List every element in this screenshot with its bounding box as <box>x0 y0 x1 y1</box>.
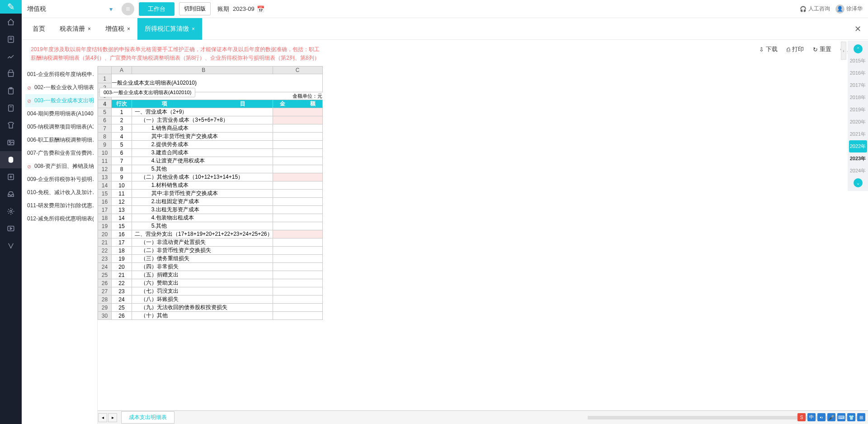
ime-tray: S 中 •› 🎤 ⌨ 👕 ⊞ <box>797 413 865 421</box>
form-list-item[interactable]: ⊘003-一般企业成本支出明细… <box>25 94 94 107</box>
ime-keyboard[interactable]: ⌨ <box>837 413 845 421</box>
form-list-item[interactable]: 010-免税、减计收入及加计… <box>25 186 94 199</box>
nav-settings[interactable] <box>0 203 22 220</box>
module-select[interactable]: 增值税 ▾ <box>27 5 113 13</box>
ime-punct[interactable]: •› <box>817 413 826 421</box>
sheet-tab[interactable]: 成本支出明细表 <box>121 411 175 424</box>
headset-icon: 🎧 <box>800 6 807 12</box>
left-sidebar: ✎ <box>0 0 22 424</box>
nav-video[interactable] <box>0 220 22 237</box>
tab-首页[interactable]: 首页 <box>25 18 52 40</box>
period-value[interactable]: 2023-09 <box>233 5 255 12</box>
ime-skin[interactable]: 👕 <box>847 413 855 421</box>
warning-icon: ⊘ <box>27 98 33 104</box>
nav-doc[interactable] <box>0 31 22 48</box>
app-logo[interactable]: ✎ <box>0 0 22 14</box>
sheet-nav-first[interactable]: ◂ <box>98 413 107 422</box>
form-list-item[interactable]: ⊘002-一般企业收入明细表(A… <box>25 81 94 94</box>
year-down-button[interactable]: ⌄ <box>854 178 863 187</box>
tab-税表清册[interactable]: 税表清册× <box>52 18 98 40</box>
breadcrumb-chip: 003-一般企业成本支出明细表(A102010) <box>99 88 195 97</box>
switch-old-button[interactable]: 切到旧版 <box>179 2 211 15</box>
nav-home[interactable] <box>0 14 22 31</box>
calendar-icon[interactable]: 📅 <box>257 5 264 13</box>
nav-inbox[interactable] <box>0 186 22 203</box>
consult-link[interactable]: 🎧 人工咨询 <box>800 5 830 13</box>
form-list-item[interactable]: 007-广告费和业务宣传费跨… <box>25 147 94 160</box>
year-button[interactable]: 2016年 <box>849 67 867 79</box>
svg-point-7 <box>10 210 12 213</box>
year-button[interactable]: 2018年 <box>849 91 867 104</box>
form-list-item[interactable]: 006-职工薪酬纳税调整明细… <box>25 133 94 147</box>
ime-logo[interactable]: S <box>797 413 806 421</box>
period-label: 账期 <box>217 5 229 13</box>
tab-close-icon[interactable]: × <box>192 26 195 32</box>
tab-增值税[interactable]: 增值税× <box>98 18 137 40</box>
module-name: 增值税 <box>27 5 46 13</box>
form-list-item[interactable]: 011-研发费用加计扣除优惠… <box>25 199 94 212</box>
print-icon: ⎙ <box>787 46 790 53</box>
sheet-nav-prev[interactable]: ▸ <box>108 413 117 422</box>
form-list-item[interactable]: 005-纳税调整项目明细表(A1… <box>25 120 94 133</box>
page-tabs: 首页税表清册×增值税×所得税汇算清缴× ✕ <box>22 18 868 40</box>
nav-tax[interactable] <box>0 151 22 168</box>
year-panel-expand[interactable]: › <box>841 42 846 60</box>
tab-close-icon[interactable]: × <box>127 26 130 32</box>
year-button[interactable]: 2015年 <box>849 55 867 67</box>
tab-所得税汇算清缴[interactable]: 所得税汇算清缴× <box>137 18 202 40</box>
tab-close-icon[interactable]: × <box>88 26 91 32</box>
consult-label: 人工咨询 <box>808 5 830 13</box>
sheet-tab-bar: ◂ ▸ 成本支出明细表 <box>98 410 868 424</box>
year-button[interactable]: 2024年 <box>849 165 867 177</box>
chevron-down-icon: ▾ <box>109 5 113 13</box>
nav-shirt[interactable] <box>0 117 22 134</box>
year-button[interactable]: 2019年 <box>849 104 867 116</box>
warning-icon: ⊘ <box>27 164 33 169</box>
form-list: 001-企业所得税年度纳税申…⊘002-一般企业收入明细表(A…⊘003-一般企… <box>22 66 98 424</box>
nav-export[interactable] <box>0 168 22 186</box>
warning-text: 2019年度涉及取以前年度结转数据的申报表单元格需要手工维护正确，才能保证本年及… <box>31 45 325 62</box>
ime-tool[interactable]: ⊞ <box>857 413 865 421</box>
year-button[interactable]: 2023年 <box>849 152 867 165</box>
svg-rect-8 <box>8 226 14 231</box>
year-up-button[interactable]: ⌃ <box>854 44 863 53</box>
ime-voice[interactable]: 🎤 <box>827 413 835 421</box>
nav-calc[interactable] <box>0 100 22 117</box>
form-list-item[interactable]: ⊘008-资产折旧、摊销及纳税… <box>25 160 94 173</box>
year-panel: ⌃ 2015年2016年2017年2018年2019年2020年2021年202… <box>848 41 868 191</box>
nav-bag[interactable] <box>0 65 22 82</box>
avatar-icon: 👤 <box>835 5 844 14</box>
form-list-item[interactable]: 004-期间费用明细表(A1040… <box>25 107 94 120</box>
year-button[interactable]: 2020年 <box>849 116 867 128</box>
form-list-item[interactable]: 012-减免所得税优惠明细表(… <box>25 212 94 225</box>
warning-icon: ⊘ <box>27 85 33 91</box>
nav-v[interactable] <box>0 237 22 254</box>
reset-button[interactable]: ↻重置 <box>813 45 831 53</box>
username-label: 徐泽华 <box>846 5 863 13</box>
top-header: 增值税 ▾ ≡ 工作台 切到旧版 账期 2023-09 📅 🎧 人工咨询 👤 徐… <box>22 0 868 18</box>
form-list-item[interactable]: 009-企业所得税弥补亏损明… <box>25 173 94 186</box>
reset-icon: ↻ <box>813 46 818 53</box>
list-icon-button[interactable]: ≡ <box>122 3 134 15</box>
spreadsheet[interactable]: ABC1一般企业成本支出明细表(A102010)23金额单位：元4行次项目金额5… <box>98 66 868 410</box>
download-icon: ⇩ <box>759 46 764 53</box>
year-button[interactable]: 2021年 <box>849 128 867 140</box>
close-all-tabs[interactable]: ✕ <box>851 22 864 36</box>
nav-chart[interactable] <box>0 48 22 65</box>
workspace-button[interactable]: 工作台 <box>139 2 175 16</box>
ime-lang[interactable]: 中 <box>807 413 816 421</box>
print-button[interactable]: ⎙打印 <box>787 45 804 53</box>
nav-clipboard[interactable] <box>0 82 22 100</box>
year-button[interactable]: 2022年 <box>849 140 867 152</box>
form-list-item[interactable]: 001-企业所得税年度纳税申… <box>25 68 94 81</box>
nav-image[interactable] <box>0 134 22 151</box>
download-button[interactable]: ⇩下载 <box>759 45 778 53</box>
year-button[interactable]: 2017年 <box>849 79 867 91</box>
user-menu[interactable]: 👤 徐泽华 <box>835 5 863 14</box>
svg-point-5 <box>9 141 10 143</box>
